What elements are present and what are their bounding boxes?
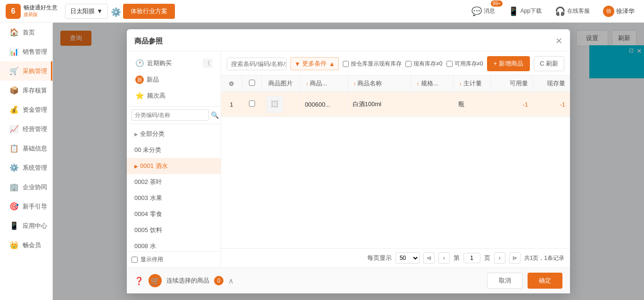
per-page-label: 每页显示 <box>367 254 392 262</box>
cat-item-all[interactable]: ▶ 全部分类 <box>127 126 221 142</box>
sidebar-item-purchase[interactable]: 🛒 采购管理 <box>0 61 52 81</box>
product-search-bar: 🔍 <box>227 58 287 70</box>
show-disabled-label: 显示停用 <box>140 256 163 264</box>
confirm-btn[interactable]: 确定 <box>528 273 562 289</box>
app-download-btn[interactable]: 📱 App下载 <box>504 3 545 19</box>
collapse-left-btn[interactable]: 《 <box>203 58 212 68</box>
cancel-btn[interactable]: 取消 <box>487 273 523 289</box>
modal-overlay: 商品参照 ✕ 🕐 近期购买 《 新 <box>53 23 644 300</box>
row-seq: 1 <box>221 92 242 117</box>
warehouse-checkbox[interactable] <box>343 61 349 67</box>
left-panel: 🕐 近期购买 《 新 新品 ⭐ 频次高 <box>127 51 221 267</box>
modal-body: 🕐 近期购买 《 新 新品 ⭐ 频次高 <box>127 51 570 267</box>
left-panel-bottom: 显示停用 <box>127 251 221 267</box>
cat-item-beverage[interactable]: 0005 饮料 <box>127 222 221 238</box>
row-checkbox[interactable] <box>242 92 261 117</box>
row-stock: -1 <box>533 92 570 117</box>
row-select-checkbox[interactable] <box>249 100 255 107</box>
footer-left: ❓ 🛒 连续选择的商品 0 ∧ <box>134 274 234 287</box>
refresh-btn[interactable]: C 刷新 <box>534 56 564 71</box>
usable-stock-filter[interactable]: 可用库存≠0 <box>446 60 483 68</box>
sidebar-item-finance[interactable]: 💰 资金管理 <box>0 100 52 119</box>
sidebar-item-basic[interactable]: 📋 基础信息 <box>0 139 52 158</box>
sidebar-item-operation[interactable]: 📈 经营管理 <box>0 119 52 139</box>
row-available: -1 <box>491 92 533 117</box>
sidebar-item-sales[interactable]: 📊 销售管理 <box>0 42 52 61</box>
logo-name: 畅捷通好生意 <box>24 4 58 12</box>
help-icon[interactable]: ❓ <box>134 276 144 285</box>
logo-sub: 捷易版 <box>24 11 58 18</box>
sidebar-item-guide[interactable]: 🎯 新手引导 <box>0 197 52 216</box>
add-product-btn[interactable]: + 新增商品 <box>487 56 530 71</box>
product-search-input[interactable] <box>227 58 287 70</box>
quick-recent[interactable]: 🕐 近期购买 《 <box>132 56 216 70</box>
sidebar: 🏠 首页 📊 销售管理 🛒 采购管理 📦 库存核算 💰 资金管理 📈 经营管理 … <box>0 23 53 300</box>
warehouse-stock-filter[interactable]: 按仓库显示现有库存 <box>343 60 402 68</box>
product-image: 🖼 <box>266 96 283 113</box>
modal-title: 商品参照 <box>134 37 163 46</box>
sidebar-item-system[interactable]: ⚙️ 系统管理 <box>0 158 52 177</box>
selection-count: 0 <box>214 276 223 285</box>
modal-footer: ❓ 🛒 连续选择的商品 0 ∧ 取消 确定 <box>127 267 570 293</box>
row-spec <box>411 92 454 117</box>
row-unit: 瓶 <box>453 92 490 117</box>
cat-item-tea[interactable]: 0002 茶叶 <box>127 174 221 190</box>
pagination-bar: 每页显示 50 100 200 ⊲ ‹ 第 页 › <box>221 248 570 267</box>
logo-icon: 6 <box>6 4 21 19</box>
cat-item-snack[interactable]: 0004 零食 <box>127 206 221 222</box>
last-page-btn[interactable]: ⊳ <box>509 252 520 264</box>
col-code-header[interactable]: ↕ 商品... <box>300 75 347 92</box>
cat-item-fruit[interactable]: 0003 水果 <box>127 190 221 206</box>
page-input[interactable] <box>463 253 480 263</box>
quick-frequent[interactable]: ⭐ 频次高 <box>132 89 216 102</box>
select-all-checkbox[interactable] <box>249 80 255 86</box>
right-toolbar: 🔍 ▼ 更多条件 ▲ 按仓库显示现有库存 <box>221 51 570 75</box>
sidebar-item-member[interactable]: 👑 畅会员 <box>0 235 52 255</box>
product-table-wrap: ⚙ 商品图片 ↕ 商品... <box>221 75 570 248</box>
product-table: ⚙ 商品图片 ↕ 商品... <box>221 75 570 117</box>
per-page-select[interactable]: 50 100 200 <box>396 252 420 264</box>
modal-close-btn[interactable]: ✕ <box>555 36 562 46</box>
usable-checkbox[interactable] <box>446 61 453 67</box>
cat-item-water[interactable]: 0008 水 <box>127 238 221 251</box>
service-btn[interactable]: 🎧 在线客服 <box>551 3 594 19</box>
category-list: ▶ 全部分类 00 未分类 ▶ 0001 酒水 0002 茶 <box>127 124 221 251</box>
col-settings: ⚙ <box>221 75 242 92</box>
table-row[interactable]: 1 🖼 000600... 白酒100ml <box>221 92 570 117</box>
next-page-btn[interactable]: › <box>494 252 505 264</box>
sidebar-item-home[interactable]: 🏠 首页 <box>0 23 52 42</box>
settings-icon[interactable]: ⚙️ <box>111 7 119 16</box>
quick-new[interactable]: 新 新品 <box>132 73 216 86</box>
page-word2: 页 <box>484 254 490 262</box>
collapse-footer-icon[interactable]: ∧ <box>228 276 234 285</box>
sidebar-item-collab[interactable]: 🏢 企业协同 <box>0 177 52 197</box>
first-page-btn[interactable]: ⊲ <box>423 252 435 264</box>
cart-icon[interactable]: 🛒 <box>149 274 162 287</box>
sidebar-item-apps[interactable]: 📱 应用中心 <box>0 216 52 235</box>
col-img-header: 商品图片 <box>261 75 300 92</box>
available-checkbox[interactable] <box>405 61 412 67</box>
sidebar-item-inventory[interactable]: 📦 库存核算 <box>0 81 52 100</box>
messages-btn[interactable]: 💬 99+ 消息 <box>468 3 499 19</box>
prev-page-btn[interactable]: ‹ <box>438 252 450 264</box>
user-avatar[interactable]: 徐 徐泽华 <box>599 3 638 20</box>
nav-dropdown[interactable]: 日太阳膜 ▼ <box>65 4 108 19</box>
col-checkbox-header[interactable] <box>242 75 261 92</box>
col-name-header[interactable]: ↕ 商品名称 <box>347 75 411 92</box>
available-stock-filter[interactable]: 现有库存≠0 <box>405 60 442 68</box>
cat-item-liquor[interactable]: ▶ 0001 酒水 <box>127 158 221 174</box>
footer-right: 取消 确定 <box>487 273 562 289</box>
row-img: 🖼 <box>261 92 300 117</box>
col-stock-header: 现存量 <box>533 75 570 92</box>
show-disabled-checkbox[interactable] <box>132 257 138 263</box>
col-spec-header[interactable]: ↕ 规格... <box>411 75 454 92</box>
category-search-input[interactable] <box>132 109 209 121</box>
trial-btn[interactable]: 体验行业方案 <box>123 4 175 19</box>
category-search-icon[interactable]: 🔍 <box>211 111 219 119</box>
right-panel: 🔍 ▼ 更多条件 ▲ 按仓库显示现有库存 <box>221 51 570 267</box>
cat-item-uncategorized[interactable]: 00 未分类 <box>127 142 221 158</box>
more-conditions-btn[interactable]: ▼ 更多条件 ▲ <box>290 57 339 70</box>
col-unit-header[interactable]: ↕ 主计量 <box>453 75 490 92</box>
row-name: 白酒100ml <box>347 92 411 117</box>
page-word: 第 <box>454 254 460 262</box>
